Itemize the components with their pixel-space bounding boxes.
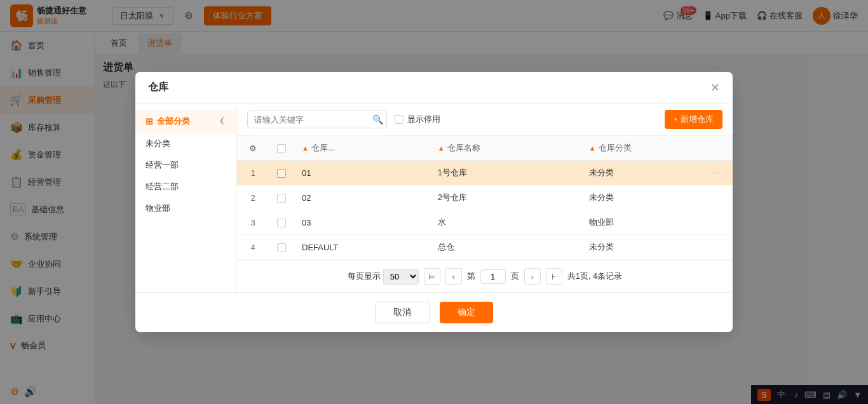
table-toolbar: 🔍 显示停用 + 新增仓库 — [237, 104, 733, 136]
pagination: 每页显示 50 100 200 ⊨ ‹ 第 页 › ⊦ 共1页, 4条记录 — [237, 260, 733, 292]
per-page-label: 每页显示 — [348, 271, 381, 282]
dialog-footer: 取消 确定 — [135, 292, 733, 332]
category-all-label: 全部分类 — [157, 116, 190, 127]
cancel-button[interactable]: 取消 — [375, 302, 430, 323]
row-index: 1 — [237, 161, 269, 185]
search-input[interactable] — [248, 112, 367, 128]
page-number-input[interactable] — [480, 269, 506, 284]
next-page-button[interactable]: › — [524, 268, 541, 285]
row-index: 3 — [237, 210, 269, 235]
row-name: 2号仓库 — [430, 185, 581, 210]
row-code: 01 — [294, 161, 430, 185]
page-suffix-label: 页 — [511, 271, 519, 282]
th-category: ▲仓库分类 — [581, 136, 733, 161]
category-all-item[interactable]: ⊞ 全部分类 《 — [135, 110, 236, 133]
row-checkbox[interactable] — [269, 235, 294, 260]
page-size-dropdown[interactable]: 50 100 200 — [383, 269, 419, 285]
row-name: 总仓 — [430, 235, 581, 260]
row-category: 未分类 — [581, 235, 733, 260]
th-checkbox — [269, 136, 294, 161]
header-checkbox[interactable] — [277, 144, 286, 153]
row-more-icon[interactable]: ··· — [713, 167, 725, 178]
total-info: 共1页, 4条记录 — [567, 271, 623, 282]
table-body: 1 01 1号仓库 未分类 ··· 2 — [237, 161, 733, 260]
table-row[interactable]: 1 01 1号仓库 未分类 ··· — [237, 161, 733, 185]
category-item-property[interactable]: 物业部 — [135, 198, 236, 219]
page-size-select: 每页显示 50 100 200 — [348, 269, 419, 285]
category-item-dept2[interactable]: 经营二部 — [135, 176, 236, 198]
row-checkbox[interactable] — [269, 161, 294, 185]
last-page-button[interactable]: ⊦ — [546, 268, 562, 285]
row-code: 02 — [294, 185, 430, 210]
table-header-row: ⚙ ▲仓库... ▲仓库名称 ▲仓库分类 — [237, 136, 733, 161]
row-name: 水 — [430, 210, 581, 235]
table-panel: 🔍 显示停用 + 新增仓库 ⚙ — [237, 104, 733, 292]
row-checkbox[interactable] — [269, 210, 294, 235]
row-code: 03 — [294, 210, 430, 235]
search-icon-button[interactable]: 🔍 — [367, 111, 387, 128]
modal-overlay: 仓库 ✕ ⊞ 全部分类 《 未分类 经营一部 经营二部 物业部 — [0, 0, 868, 404]
row-index: 2 — [237, 185, 269, 210]
confirm-button[interactable]: 确定 — [440, 302, 493, 323]
first-page-button[interactable]: ⊨ — [424, 268, 440, 285]
th-settings: ⚙ — [237, 136, 269, 161]
page-label: 第 — [467, 271, 475, 282]
collapse-button[interactable]: 《 — [214, 115, 226, 128]
row-category: 物业部 — [581, 210, 733, 235]
add-warehouse-button[interactable]: + 新增仓库 — [665, 110, 722, 129]
show-disabled-label: 显示停用 — [407, 114, 440, 125]
row-code: DEFAULT — [294, 235, 430, 260]
row-category: 未分类 ··· — [581, 161, 733, 185]
prev-page-button[interactable]: ‹ — [445, 268, 462, 285]
category-item-dept1[interactable]: 经营一部 — [135, 154, 236, 176]
table-header: ⚙ ▲仓库... ▲仓库名称 ▲仓库分类 — [237, 136, 733, 161]
category-panel: ⊞ 全部分类 《 未分类 经营一部 经营二部 物业部 — [135, 104, 237, 292]
category-item-unclassified[interactable]: 未分类 — [135, 133, 236, 154]
table-row[interactable]: 4 DEFAULT 总仓 未分类 — [237, 235, 733, 260]
table-row[interactable]: 3 03 水 物业部 — [237, 210, 733, 235]
th-name: ▲仓库名称 — [430, 136, 581, 161]
dialog-title: 仓库 — [148, 81, 168, 94]
show-disabled-wrap: 显示停用 — [395, 114, 440, 125]
data-table: ⚙ ▲仓库... ▲仓库名称 ▲仓库分类 1 01 — [237, 136, 733, 260]
row-name: 1号仓库 — [430, 161, 581, 185]
search-input-wrap: 🔍 — [247, 111, 387, 128]
grid-icon: ⊞ — [146, 116, 153, 126]
row-checkbox[interactable] — [269, 185, 294, 210]
warehouse-dialog: 仓库 ✕ ⊞ 全部分类 《 未分类 经营一部 经营二部 物业部 — [135, 72, 733, 332]
table-row[interactable]: 2 02 2号仓库 未分类 — [237, 185, 733, 210]
row-index: 4 — [237, 235, 269, 260]
dialog-body: ⊞ 全部分类 《 未分类 经营一部 经营二部 物业部 🔍 — [135, 104, 733, 292]
th-code: ▲仓库... — [294, 136, 430, 161]
row-category: 未分类 — [581, 185, 733, 210]
dialog-close-button[interactable]: ✕ — [710, 82, 720, 93]
show-disabled-checkbox[interactable] — [395, 115, 403, 124]
dialog-header: 仓库 ✕ — [135, 72, 733, 104]
warehouse-table: ⚙ ▲仓库... ▲仓库名称 ▲仓库分类 1 01 — [237, 136, 733, 260]
